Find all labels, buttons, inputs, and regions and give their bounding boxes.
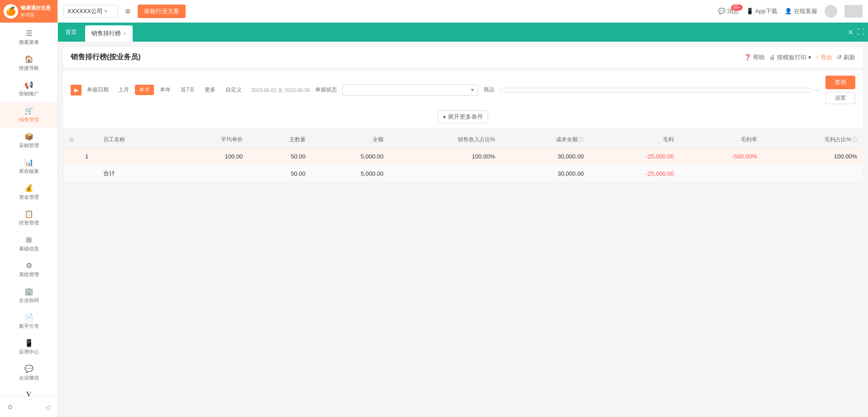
topbar: XXXXXX公司 ▾ ⚙ 体验行业方案 💬 消息 99+ 📱 App下载 👤 在… — [58, 0, 868, 23]
print-button[interactable]: 🖨 按模板打印 ▾ — [769, 53, 811, 62]
row-profit-pct-cell: 100.00% — [762, 149, 863, 165]
tabbar-controls: ✕ ⛶ — [844, 23, 868, 42]
settings-small-button[interactable]: 设置 — [825, 92, 855, 104]
date-btn-this-year[interactable]: 本年 — [156, 85, 175, 95]
row-cost-cell: 30,000.00 — [500, 149, 589, 165]
enterprise-icon: 🏢 — [24, 287, 34, 296]
sidebar-item-app[interactable]: 📱 应用中心 — [0, 334, 58, 360]
member-icon: V — [26, 390, 32, 397]
date-buttons: 上月 本月 本年 近7天 更多 自定义 — [114, 85, 246, 95]
date-btn-this-month[interactable]: 本月 — [135, 85, 154, 95]
footer-profit-cell: -25,000.00 — [589, 165, 679, 182]
more-options-icon[interactable]: ··· — [815, 86, 820, 93]
sidebar-item-inventory[interactable]: 📊 库存核算 — [0, 153, 58, 179]
data-table: ⚙ 员工名称 平均单价 主数量 全额 销售收入占比% 成本全额ⓘ 毛利 毛利率 — [63, 131, 863, 182]
sidebar-nav: ☰ 搜索菜单 🏠 快捷导航 📢 营销推广 🛒 销售管理 📦 采购管理 📊 库存核… — [0, 23, 58, 397]
col-qty-header: 主数量 — [248, 131, 311, 149]
expand-more-button[interactable]: ▾ 展开更多条件 — [438, 110, 488, 123]
sidebar-item-member[interactable]: V 畅会员 — [0, 386, 58, 397]
footer-amount-cell: 5,000.00 — [311, 165, 389, 182]
page-header: 销售排行榜(按业务员) ❓ 帮助 🖨 按模板打印 ▾ ↑ 导出 ↺ 刷新 — [63, 47, 863, 67]
marketing-icon: 📢 — [24, 81, 34, 89]
tab-fullscreen-icon[interactable]: ⛶ — [857, 28, 864, 36]
query-button[interactable]: 查询 — [825, 76, 855, 89]
content-area: 销售排行榜(按业务员) ❓ 帮助 🖨 按模板打印 ▾ ↑ 导出 ↺ 刷新 — [58, 42, 868, 417]
col-amount-header: 全额 — [311, 131, 389, 149]
row-sales-pct-cell: 100.00% — [389, 149, 500, 165]
tab-close-icon[interactable]: × — [124, 31, 126, 36]
date-range-display: 2023-06-01 至 2023-06-30 — [251, 87, 310, 94]
footer-cost-cell: 30,000.00 — [500, 165, 589, 182]
sidebar-item-marketing[interactable]: 📢 营销推广 — [0, 76, 58, 102]
finance-icon: 💰 — [24, 184, 34, 192]
status-dropdown[interactable]: ▾ — [342, 84, 478, 96]
help-icon: ❓ — [744, 54, 751, 61]
sidebar-item-app-label: 应用中心 — [19, 349, 39, 355]
sidebar-item-purchase[interactable]: 📦 采购管理 — [0, 128, 58, 153]
trial-button[interactable]: 体验行业方案 — [138, 5, 186, 18]
company-selector[interactable]: XXXXXX公司 ▾ — [63, 5, 118, 18]
help-button[interactable]: ❓ 帮助 — [744, 53, 765, 62]
cost-info-icon[interactable]: ⓘ — [579, 137, 584, 142]
filter-toggle-button[interactable]: ▶ — [71, 85, 82, 96]
row-employee-cell — [98, 149, 173, 165]
profit-pct-info-icon[interactable]: ⓘ — [852, 137, 857, 142]
row-profit-cell: -25,000.00 — [589, 149, 679, 165]
sidebar-settings-button[interactable]: ⚙ — [4, 401, 16, 413]
export-button[interactable]: ↑ 导出 — [816, 53, 833, 62]
col-employee-header: 员工名称 — [98, 131, 173, 149]
app-download-label: App下载 — [755, 7, 777, 15]
sidebar-item-enterprise[interactable]: 🏢 企业协同 — [0, 283, 58, 308]
app-download-button[interactable]: 📱 App下载 — [746, 7, 777, 15]
tab-sales-ranking-label: 销售排行榜 — [91, 29, 121, 38]
sidebar-logo: 🍊 畅康通好生意 标准版 — [0, 0, 58, 23]
sidebar-item-operation[interactable]: 📋 经营管理 — [0, 205, 58, 231]
sidebar-item-quick-nav[interactable]: 🏠 快捷导航 — [0, 50, 58, 76]
sales-icon: 🛒 — [24, 106, 34, 115]
filter-bar: ▶ 单据日期 上月 本月 本年 近7天 更多 自定义 2023-06-01 至 … — [63, 71, 863, 128]
guide-icon: 📄 — [24, 313, 34, 321]
avatar[interactable] — [825, 5, 837, 18]
date-btn-last-month[interactable]: 上月 — [114, 85, 133, 95]
footer-rank-cell — [80, 165, 98, 182]
tab-home[interactable]: 首页 — [58, 23, 84, 42]
online-support-button[interactable]: 👤 在线客服 — [785, 7, 817, 15]
refresh-button[interactable]: ↺ 刷新 — [837, 53, 855, 62]
operation-icon: 📋 — [24, 210, 34, 218]
sidebar-item-sales[interactable]: 🛒 销售管理 — [0, 102, 58, 128]
row-settings-cell — [63, 149, 80, 165]
sidebar-item-finance[interactable]: 💰 资金管理 — [0, 179, 58, 205]
sidebar-item-system[interactable]: ⚙ 系统管理 — [0, 257, 58, 283]
date-btn-7days[interactable]: 近7天 — [177, 85, 199, 95]
sidebar: 🍊 畅康通好生意 标准版 ☰ 搜索菜单 🏠 快捷导航 📢 营销推广 🛒 销售管理… — [0, 0, 58, 417]
refresh-label: 刷新 — [844, 53, 855, 62]
sidebar-item-guide[interactable]: 📄 新手引导 — [0, 308, 58, 334]
purchase-icon: 📦 — [24, 132, 34, 141]
tab-close-window-icon[interactable]: ✕ — [848, 28, 854, 37]
table-settings-icon[interactable]: ⚙ — [69, 136, 74, 143]
sidebar-item-guide-label: 新手引导 — [19, 323, 39, 330]
app-icon: 📱 — [24, 339, 34, 347]
sidebar-collapse-button[interactable]: ◁ — [41, 401, 54, 413]
filter-row-1: ▶ 单据日期 上月 本月 本年 近7天 更多 自定义 2023-06-01 至 … — [71, 76, 855, 104]
date-filter-label: 单据日期 — [87, 86, 109, 94]
row-amount-cell: 5,000.00 — [311, 149, 389, 165]
print-chevron-icon: ▾ — [808, 54, 811, 61]
data-table-wrap: ⚙ 员工名称 平均单价 主数量 全额 销售收入占比% 成本全额ⓘ 毛利 毛利率 — [63, 131, 863, 182]
goods-dropdown[interactable] — [500, 88, 812, 92]
logo-sub: 标准版 — [21, 12, 51, 18]
date-btn-custom[interactable]: 自定义 — [221, 85, 246, 95]
message-button[interactable]: 💬 消息 99+ — [718, 7, 739, 15]
sidebar-item-search[interactable]: ☰ 搜索菜单 — [0, 24, 58, 50]
message-badge: 99+ — [731, 5, 743, 10]
app-download-icon: 📱 — [746, 8, 753, 14]
sidebar-item-system-label: 系统管理 — [19, 271, 39, 278]
sidebar-item-wechat[interactable]: 💬 企业微信 — [0, 360, 58, 386]
sidebar-item-basic[interactable]: ⊞ 基础信息 — [0, 231, 58, 257]
footer-avg-price-cell — [173, 165, 248, 182]
sidebar-item-purchase-label: 采购管理 — [19, 142, 39, 149]
company-name: XXXXXX公司 — [67, 7, 103, 15]
gear-button[interactable]: ⚙ — [121, 5, 134, 18]
date-btn-more[interactable]: 更多 — [201, 85, 220, 95]
tab-sales-ranking[interactable]: 销售排行榜 × — [85, 25, 133, 42]
